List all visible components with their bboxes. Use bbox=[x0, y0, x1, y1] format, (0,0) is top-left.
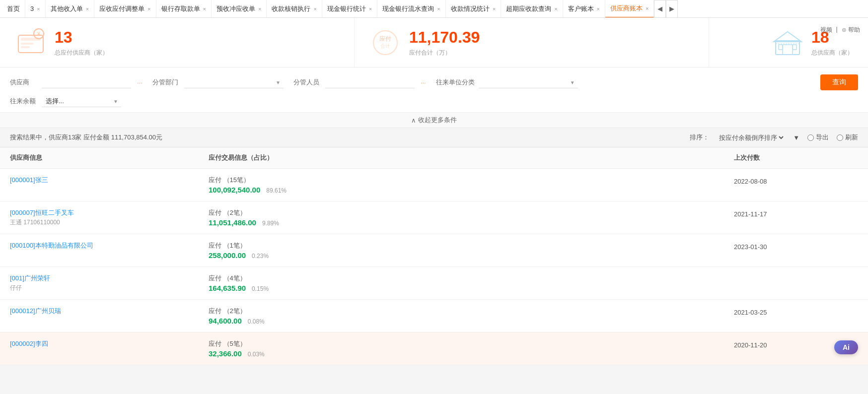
close-icon-bank-deposit[interactable]: × bbox=[203, 6, 206, 12]
result-actions: 排序： 按应付余额倒序排序 ▼ 导出 刷新 bbox=[690, 133, 858, 142]
close-icon-advance[interactable]: × bbox=[258, 6, 261, 12]
filter-supplier: 供应商 ··· bbox=[10, 76, 143, 88]
close-icon-customer-account[interactable]: × bbox=[597, 6, 600, 12]
supplier-dots-icon[interactable]: ··· bbox=[137, 79, 143, 86]
filter-row-1: 供应商 ··· 分管部门 ▼ 分管人员 ··· 往来单位分类 ▼ 查询 bbox=[10, 74, 858, 90]
stat-label-payable: 应付合计（万） bbox=[409, 49, 480, 57]
svg-text:应付: 应付 bbox=[379, 35, 391, 42]
nav-item-other-income[interactable]: 其他收入单 × bbox=[46, 0, 94, 18]
table-header: 供应商信息 应付交易信息（占比） 上次付数 bbox=[0, 147, 868, 169]
nav-item-supplier-account[interactable]: 供应商账本 × bbox=[605, 0, 654, 18]
table-row[interactable]: [000002]李四 应付 （5笔） 32,366.00 0.03% 2020-… bbox=[0, 332, 868, 365]
person-input[interactable] bbox=[325, 76, 415, 88]
nav-item-adjustment[interactable]: 应收应付调整单 × bbox=[94, 0, 156, 18]
svg-rect-3 bbox=[21, 46, 30, 48]
trans-amount-0[interactable]: 100,092,540.00 bbox=[209, 186, 260, 194]
trans-count-3: 应付 （4笔） bbox=[209, 274, 734, 283]
table-body: [000001]张三 应付 （15笔） 100,092,540.00 89.61… bbox=[0, 169, 868, 365]
nav-item-cash-bank-flow[interactable]: 现金银行流水查询 × bbox=[377, 0, 445, 18]
help-link[interactable]: ⊙ 帮助 bbox=[842, 26, 860, 34]
supplier-link-1[interactable]: [000007]恒旺二手叉车 bbox=[10, 209, 74, 216]
filter-person: 分管人员 ··· bbox=[293, 76, 426, 88]
export-label: 导出 bbox=[816, 133, 829, 142]
trans-count-0: 应付 （15笔） bbox=[209, 176, 734, 185]
nav-label-overdue: 超期应收款查询 bbox=[506, 4, 551, 13]
ai-badge[interactable]: Ai bbox=[834, 340, 858, 354]
category-input[interactable] bbox=[479, 76, 578, 88]
close-icon-collection[interactable]: × bbox=[313, 6, 316, 12]
export-radio-input[interactable] bbox=[807, 134, 814, 141]
filter-category: 往来单位分类 ▼ bbox=[436, 76, 578, 88]
trans-amount-4[interactable]: 94,600.00 bbox=[209, 317, 242, 325]
nav-right-arrow[interactable]: ▶ bbox=[666, 0, 678, 18]
header-supplier-col: 供应商信息 bbox=[10, 153, 209, 162]
video-link[interactable]: 视频 bbox=[820, 26, 832, 34]
refresh-radio[interactable]: 刷新 bbox=[837, 133, 858, 142]
balance-select[interactable]: 选择... bbox=[42, 95, 121, 107]
collapse-button[interactable]: ∧ 收起更多条件 bbox=[0, 112, 868, 128]
refresh-radio-input[interactable] bbox=[837, 134, 843, 141]
supplier-link-0[interactable]: [000001]张三 bbox=[10, 176, 48, 184]
trans-amount-1[interactable]: 11,051,486.00 bbox=[209, 218, 256, 227]
balance-select-wrap: 选择... ▼ bbox=[42, 95, 121, 107]
nav-item-bank-deposit[interactable]: 银行存取款单 × bbox=[156, 0, 212, 18]
supplier-link-3[interactable]: [001]广州荣轩 bbox=[10, 274, 50, 282]
supplier-cell-2: [000100]本特勤油品有限公司 bbox=[10, 241, 209, 250]
close-icon-overdue[interactable]: × bbox=[554, 6, 557, 12]
result-info-bar: 搜索结果中，供应商13家 应付金额 111,703,854.00元 排序： 按应… bbox=[0, 128, 868, 147]
close-icon-supplier-account[interactable]: × bbox=[646, 5, 649, 11]
table-row[interactable]: [000001]张三 应付 （15笔） 100,092,540.00 89.61… bbox=[0, 169, 868, 201]
last-payment-cell-0: 2022-08-08 bbox=[734, 176, 858, 185]
close-icon-cash-bank-stat[interactable]: × bbox=[369, 6, 372, 12]
close-icon-collection-stat[interactable]: × bbox=[493, 6, 496, 12]
close-icon-other-income[interactable]: × bbox=[86, 6, 89, 12]
svg-rect-9 bbox=[776, 41, 799, 55]
transaction-cell-2: 应付 （1笔） 258,000.00 0.23% bbox=[209, 241, 734, 260]
nav-item-cash-bank-stat[interactable]: 现金银行统计 × bbox=[322, 0, 377, 18]
query-button[interactable]: 查询 bbox=[820, 74, 858, 90]
trans-amount-5[interactable]: 32,366.00 bbox=[209, 349, 242, 358]
table-row[interactable]: [000100]本特勤油品有限公司 应付 （1笔） 258,000.00 0.2… bbox=[0, 234, 868, 267]
last-payment-cell-3 bbox=[734, 274, 858, 276]
filter-balance-label: 往来余额 bbox=[10, 97, 38, 106]
supplier-link-4[interactable]: [000012]广州贝瑞 bbox=[10, 307, 61, 315]
supplier-input[interactable] bbox=[42, 76, 131, 88]
table-row[interactable]: [001]广州荣轩 仔仔 应付 （4笔） 164,635.90 0.15% bbox=[0, 267, 868, 300]
supplier-cell-1: [000007]恒旺二手叉车 王通 17106110000 bbox=[10, 208, 209, 227]
nav-item-3[interactable]: 3 × bbox=[25, 0, 46, 18]
nav-left-arrow[interactable]: ◀ bbox=[654, 0, 666, 18]
nav-label-collection-stat: 收款情况统计 bbox=[451, 4, 490, 13]
sort-dropdown-icon: ▼ bbox=[793, 134, 799, 141]
filter-person-label: 分管人员 bbox=[293, 78, 321, 87]
nav-item-advance[interactable]: 预收冲应收单 × bbox=[212, 0, 267, 18]
table-row[interactable]: [000007]恒旺二手叉车 王通 17106110000 应付 （2笔） 11… bbox=[0, 201, 868, 234]
export-radio[interactable]: 导出 bbox=[807, 133, 829, 142]
nav-item-customer-account[interactable]: 客户账本 × bbox=[563, 0, 605, 18]
supplier-cell-5: [000002]李四 bbox=[10, 339, 209, 348]
close-icon-3[interactable]: × bbox=[37, 6, 40, 12]
nav-item-collection-stat[interactable]: 收款情况统计 × bbox=[446, 0, 501, 18]
trans-percent-4: 0.08% bbox=[248, 318, 265, 325]
table-row[interactable]: [000012]广州贝瑞 应付 （2笔） 94,600.00 0.08% 202… bbox=[0, 300, 868, 332]
nav-item-collection[interactable]: 收款核销执行 × bbox=[267, 0, 322, 18]
filter-category-label: 往来单位分类 bbox=[436, 78, 475, 87]
trans-row-3: 164,635.90 0.15% bbox=[209, 283, 734, 292]
sort-label: 排序： bbox=[690, 133, 709, 142]
trans-amount-3[interactable]: 164,635.90 bbox=[209, 284, 246, 292]
filter-balance: 往来余额 选择... ▼ bbox=[10, 95, 121, 107]
nav-item-overdue[interactable]: 超期应收款查询 × bbox=[501, 0, 563, 18]
close-icon-adjustment[interactable]: × bbox=[147, 6, 150, 12]
sort-select[interactable]: 按应付余额倒序排序 bbox=[717, 133, 785, 142]
close-icon-cash-bank-flow[interactable]: × bbox=[437, 6, 440, 12]
stat-block-payable: 应付 合计 11,170.39 应付合计（万） bbox=[355, 18, 709, 67]
trans-row-0: 100,092,540.00 89.61% bbox=[209, 185, 734, 194]
trans-amount-2[interactable]: 258,000.00 bbox=[209, 251, 246, 260]
person-dots-icon[interactable]: ··· bbox=[421, 79, 426, 86]
department-input[interactable] bbox=[184, 76, 284, 88]
nav-item-home[interactable]: 首页 bbox=[2, 0, 25, 18]
nav-label-bank-deposit: 银行存取款单 bbox=[161, 4, 200, 13]
nav-label-cash-bank-flow: 现金银行流水查询 bbox=[382, 4, 434, 13]
supplier-link-2[interactable]: [000100]本特勤油品有限公司 bbox=[10, 242, 93, 249]
nav-bar: 首页 3 × 其他收入单 × 应收应付调整单 × 银行存取款单 × 预收冲应收单… bbox=[0, 0, 868, 18]
supplier-link-5[interactable]: [000002]李四 bbox=[10, 340, 48, 347]
